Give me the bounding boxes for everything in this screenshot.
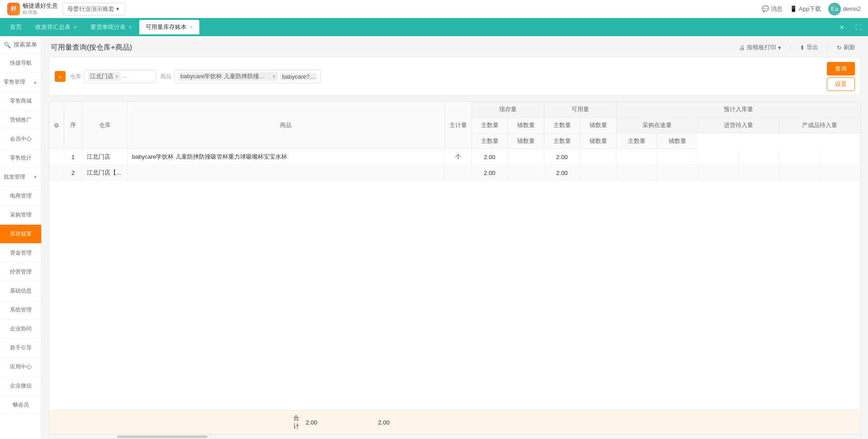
tab-order-summary[interactable]: 要货单统计表 ✕ bbox=[84, 20, 138, 34]
tab-order-summary-close[interactable]: ✕ bbox=[128, 25, 132, 30]
nav-expand-btn[interactable]: ⛶ bbox=[852, 21, 864, 33]
sidebar-item-operations[interactable]: 经营管理 bbox=[0, 263, 41, 282]
message-btn[interactable]: 💬 消息 bbox=[762, 5, 783, 13]
tab-home-label: 首页 bbox=[10, 23, 22, 31]
row2-warehouse: 江北门店【... bbox=[82, 165, 127, 181]
sidebar-item-retail-mall[interactable]: 零售商城 bbox=[0, 92, 41, 111]
purchase-label: 采购管理 bbox=[10, 211, 32, 219]
username-text: demo2 bbox=[843, 5, 861, 12]
row2-goods-main bbox=[698, 165, 738, 181]
top-bar-left: 好 畅捷通好生意 标准版 母婴行业演示账套 ▾ bbox=[7, 2, 126, 15]
th-expected-text: 预计入库量 bbox=[724, 106, 753, 113]
product-tags-input[interactable]: babycare学饮杯 儿童防摔防撞吸管杯重力球吸嘴杯宝宝水杯 ✕ babyca… bbox=[174, 70, 321, 83]
tab-available-inventory[interactable]: 可用量库存账本 ✕ bbox=[139, 20, 199, 34]
row2-number: 2 bbox=[64, 165, 82, 181]
top-bar: 好 畅捷通好生意 标准版 母婴行业演示账套 ▾ 💬 消息 📱 App下载 Ea … bbox=[0, 0, 868, 18]
row1-purchase-aux bbox=[657, 149, 698, 165]
th-product: 商品 bbox=[127, 102, 445, 149]
sidebar-item-member-center[interactable]: 会员中心 bbox=[0, 130, 41, 149]
row2-stock-aux bbox=[508, 165, 544, 181]
table-header-row-1: ⚙ 序 仓库 商品 主计量 现存量 可用量 预计入库量 bbox=[49, 102, 860, 118]
export-btn[interactable]: ⬆ 导出 bbox=[796, 42, 822, 53]
retail-mgmt-label: 零售管理 bbox=[4, 78, 25, 86]
refresh-btn[interactable]: ↻ 刷新 bbox=[833, 42, 859, 53]
logo-icon: 好 bbox=[7, 3, 20, 15]
th-avail-main: 主数量 bbox=[544, 118, 580, 133]
product-tag-0-close[interactable]: ✕ bbox=[272, 74, 276, 79]
settings-button[interactable]: 设置 bbox=[827, 77, 855, 91]
sidebar-item-purchase[interactable]: 采购管理 bbox=[0, 206, 41, 225]
nav-close-all-btn[interactable]: ✕ bbox=[835, 21, 848, 33]
sidebar-item-system[interactable]: 系统管理 bbox=[0, 301, 41, 320]
message-label: 消息 bbox=[771, 5, 783, 13]
sidebar-item-enterprise-wechat[interactable]: 企业微信 bbox=[0, 377, 41, 396]
logo-area: 好 畅捷通好生意 标准版 bbox=[7, 2, 58, 15]
row2-stock-main: 2.00 bbox=[472, 165, 508, 181]
gear-header[interactable]: ⚙ bbox=[49, 102, 64, 149]
tab-available-inventory-close[interactable]: ✕ bbox=[189, 25, 193, 30]
finance-label: 资金管理 bbox=[10, 249, 32, 257]
filter-expand-btn[interactable]: » bbox=[55, 71, 66, 82]
row2-product bbox=[127, 165, 445, 181]
avatar: Ea bbox=[828, 3, 841, 15]
gear-icon: ⚙ bbox=[54, 122, 59, 129]
scroll-thumb[interactable] bbox=[117, 435, 208, 438]
summary-stock-total: 2.00 bbox=[293, 419, 330, 426]
page-header-actions: 🖨 按模板打印 ▾ ⬆ 导出 ↻ 刷新 bbox=[736, 42, 859, 53]
query-button[interactable]: 查询 bbox=[827, 62, 855, 76]
th-avail-aux-text: 辅数量 bbox=[590, 122, 607, 128]
th-avail-main-text: 主数量 bbox=[553, 122, 571, 128]
sidebar-item-ecommerce[interactable]: 电商管理 bbox=[0, 187, 41, 206]
tab-receivable-close[interactable]: ✕ bbox=[73, 25, 77, 30]
row1-number: 1 bbox=[64, 149, 82, 165]
chevron-print-icon: ▾ bbox=[778, 44, 781, 51]
warehouse-tag-close[interactable]: ✕ bbox=[115, 74, 118, 79]
member-center-label: 会员中心 bbox=[10, 135, 32, 143]
th-f-main-text: 主数量 bbox=[628, 137, 646, 144]
sidebar-item-new-user[interactable]: 新手引导 bbox=[0, 339, 41, 358]
sidebar-search[interactable]: 🔍 搜索菜单 bbox=[0, 36, 41, 54]
th-g-main: 主数量 bbox=[544, 133, 580, 149]
sidebar-item-basic-info[interactable]: 基础信息 bbox=[0, 282, 41, 301]
search-icon: 🔍 bbox=[4, 42, 11, 48]
message-icon: 💬 bbox=[762, 5, 769, 12]
sidebar-item-enterprise[interactable]: 企业协同 bbox=[0, 320, 41, 339]
sidebar-item-retail-stats[interactable]: 零售统计 bbox=[0, 149, 41, 168]
th-purchase-transit: 采购在途量 bbox=[616, 118, 698, 133]
row1-unit: 个 bbox=[444, 149, 472, 165]
row2-purchase-aux bbox=[657, 165, 698, 181]
th-f-aux: 辅数量 bbox=[657, 133, 698, 149]
warehouse-tags-input[interactable]: 江北门店 ✕ ··· bbox=[84, 70, 156, 83]
app-download-btn[interactable]: 📱 App下载 bbox=[790, 5, 821, 13]
print-btn[interactable]: 🖨 按模板打印 ▾ bbox=[736, 42, 785, 53]
sidebar-item-wholesale[interactable]: 批发管理 ▼ bbox=[0, 168, 41, 187]
wholesale-label: 批发管理 bbox=[4, 173, 25, 181]
th-g-main-text: 主数量 bbox=[553, 137, 571, 144]
user-area[interactable]: Ea demo2 bbox=[828, 3, 861, 15]
sidebar-item-app-center[interactable]: 应用中心 bbox=[0, 358, 41, 377]
filter-more-dots[interactable]: ··· bbox=[123, 73, 127, 80]
th-number-text: 序 bbox=[70, 122, 76, 128]
sidebar-item-finance[interactable]: 资金管理 bbox=[0, 244, 41, 263]
industry-selector[interactable]: 母婴行业演示账套 ▾ bbox=[62, 3, 126, 15]
row2-avail-main: 2.00 bbox=[544, 165, 580, 181]
tab-home[interactable]: 首页 bbox=[4, 20, 28, 34]
sidebar-item-retail-mgmt[interactable]: 零售管理 ▲ bbox=[0, 73, 41, 92]
sidebar-item-quick-nav[interactable]: 快捷导航 bbox=[0, 54, 41, 73]
quick-nav-label: 快捷导航 bbox=[10, 59, 32, 67]
tab-receivable[interactable]: 收发存汇总表 ✕ bbox=[29, 20, 83, 34]
operations-label: 经营管理 bbox=[10, 268, 32, 276]
sidebar-item-marketing[interactable]: 营销推广 bbox=[0, 111, 41, 130]
row1-gear bbox=[49, 149, 64, 165]
scroll-bar[interactable] bbox=[49, 434, 860, 439]
th-current-stock: 现存量 bbox=[472, 102, 544, 118]
sidebar-item-inventory[interactable]: 库存核算 bbox=[0, 225, 41, 244]
app-download-label: App下载 bbox=[799, 5, 821, 13]
row1-avail-main: 2.00 bbox=[544, 149, 580, 165]
th-current-stock-text: 现存量 bbox=[499, 106, 517, 113]
summary-avail-total: 2.00 bbox=[366, 419, 402, 426]
sidebar-item-member[interactable]: 畅会员 bbox=[0, 396, 41, 415]
table-wrapper[interactable]: ⚙ 序 仓库 商品 主计量 现存量 可用量 预计入库量 主数量 辅数量 bbox=[49, 102, 860, 410]
th-available-text: 可用量 bbox=[571, 106, 589, 113]
row1-stock-main: 2.00 bbox=[472, 149, 508, 165]
